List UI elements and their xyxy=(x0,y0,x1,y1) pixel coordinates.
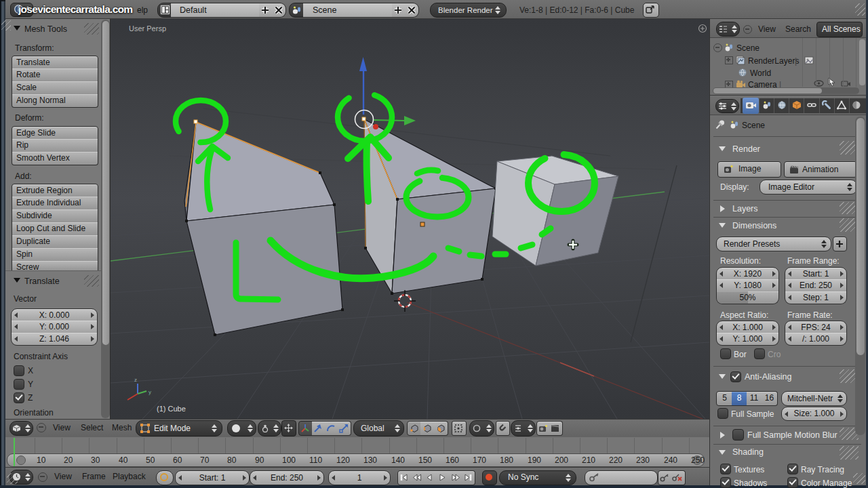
svg-text:(1) Cube: (1) Cube xyxy=(157,405,186,413)
svg-text:y: y xyxy=(149,389,151,395)
svg-text:z: z xyxy=(134,377,137,383)
svg-text:User Persp: User Persp xyxy=(129,24,166,33)
